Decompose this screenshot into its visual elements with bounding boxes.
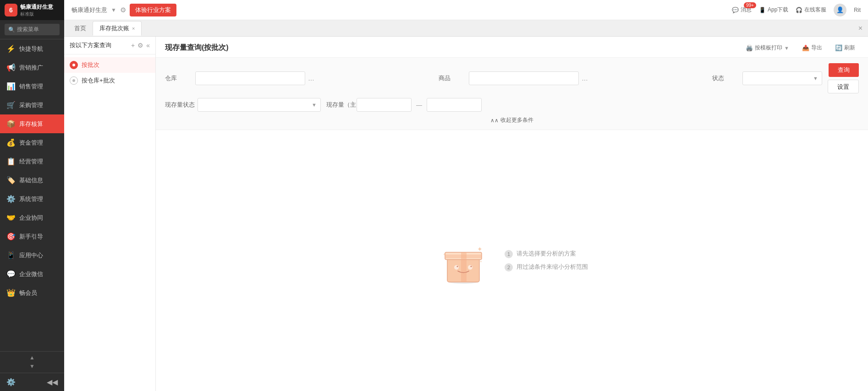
product-input[interactable] xyxy=(469,71,579,85)
solution-item-batch[interactable]: 按批次 xyxy=(64,57,155,73)
inventory-icon: 📦 xyxy=(6,119,16,128)
new-guide-icon: 🎯 xyxy=(6,232,16,241)
tab-inventory-batch[interactable]: 库存批次账 × xyxy=(93,21,142,36)
status-select[interactable]: ▼ xyxy=(742,71,822,85)
export-label: 导出 xyxy=(811,44,822,52)
product-more-btn[interactable]: … xyxy=(582,75,588,82)
solution-item-warehouse-batch[interactable]: 按仓库+批次 xyxy=(64,73,155,88)
sidebar-item-finance[interactable]: 💰 资金管理 xyxy=(0,133,64,152)
brand-sub: 标准版 xyxy=(20,11,53,17)
solution-label: 按仓库+批次 xyxy=(82,76,115,85)
sidebar-item-label: 资金管理 xyxy=(19,139,43,147)
tab-close-icon[interactable]: × xyxy=(132,26,135,31)
sidebar: 6 畅康通好生意 标准版 🔍 搜索菜单 ⚡ 快捷导航 📢 营销推广 📊 销售管理… xyxy=(0,0,64,391)
warehouse-more-btn[interactable]: … xyxy=(308,75,314,82)
tip-text-2: 用过滤条件来缩小分析范围 xyxy=(516,263,588,271)
page-title: 现存量查询(按批次) xyxy=(165,43,229,53)
print-btn[interactable]: 🖨️ 按模板打印 ▼ xyxy=(742,42,793,54)
scroll-down-icon[interactable]: ▼ xyxy=(29,362,35,371)
active-tab-label: 库存批次账 xyxy=(99,24,129,33)
tab-home[interactable]: 首页 xyxy=(68,22,93,35)
topbar-right: 💬 消息 99+ 📱 App下载 🎧 在线客服 👤 Rit xyxy=(732,4,861,16)
sidebar-item-purchase[interactable]: 🛒 采购管理 xyxy=(0,96,64,114)
filter-dash: — xyxy=(414,102,424,109)
tip-num-1: 1 xyxy=(505,250,513,258)
settings-icon[interactable]: ⚙️ xyxy=(6,378,16,386)
export-btn[interactable]: 📤 导出 xyxy=(798,42,826,54)
topbar-dropdown-icon[interactable]: ▼ xyxy=(111,7,116,13)
svg-point-7 xyxy=(454,265,459,270)
collab-icon: 🤝 xyxy=(6,213,16,222)
print-dropdown-icon[interactable]: ▼ xyxy=(784,45,789,51)
topbar-gear-icon[interactable]: ⚙ xyxy=(120,6,126,14)
stock-status-select[interactable]: ▼ xyxy=(198,98,321,112)
refresh-icon: 🔄 xyxy=(835,44,842,51)
stock-qty-min-input[interactable] xyxy=(357,98,412,112)
print-label: 按模板打印 xyxy=(755,44,782,52)
sidebar-item-quick-nav[interactable]: ⚡ 快捷导航 xyxy=(0,39,64,58)
sidebar-item-marketing[interactable]: 📢 营销推广 xyxy=(0,58,64,77)
breadcrumb: 畅康通好生意 xyxy=(71,6,107,14)
app-logo: 6 xyxy=(5,4,17,16)
add-solution-btn[interactable]: + xyxy=(131,42,135,49)
sidebar-item-label: 应用中心 xyxy=(19,251,43,260)
refresh-label: 刷新 xyxy=(844,44,855,52)
query-btn[interactable]: 查询 xyxy=(829,63,859,77)
sidebar-item-collab[interactable]: 🤝 企业协同 xyxy=(0,208,64,227)
settings-solution-btn[interactable]: ⚙ xyxy=(137,42,143,49)
svg-rect-6 xyxy=(445,255,482,258)
left-panel: 按以下方案查询 + ⚙ « 按批次 按仓库 xyxy=(64,37,156,391)
sidebar-item-membership[interactable]: 👑 畅会员 xyxy=(0,283,64,302)
sidebar-item-sales[interactable]: 📊 销售管理 xyxy=(0,77,64,96)
finance-icon: 💰 xyxy=(6,138,16,147)
username-label[interactable]: Rit xyxy=(854,7,861,13)
scroll-up-icon[interactable]: ▲ xyxy=(29,353,35,362)
system-icon: ⚙️ xyxy=(6,195,16,203)
user-avatar[interactable]: 👤 xyxy=(834,4,846,16)
main-area: 畅康通好生意 ▼ ⚙ 体验行业方案 💬 消息 99+ 📱 App下载 🎧 在线客… xyxy=(64,0,868,391)
sidebar-header: 6 畅康通好生意 标准版 xyxy=(0,0,64,20)
sidebar-item-corp-wechat[interactable]: 💬 企业微信 xyxy=(0,265,64,283)
stock-status-label: 现存量状态 xyxy=(165,101,195,109)
left-panel-header: 按以下方案查询 + ⚙ « xyxy=(64,37,155,54)
empty-illustration: ✦ ✦ ✦ xyxy=(436,233,491,288)
product-field: 商品 … xyxy=(439,71,707,85)
operations-icon: 📋 xyxy=(6,157,16,166)
sidebar-item-basics[interactable]: 🏷️ 基础信息 xyxy=(0,171,64,190)
sidebar-item-app-center[interactable]: 📱 应用中心 xyxy=(0,246,64,265)
collapse-icon: ∧∧ xyxy=(490,117,499,124)
brand-name: 畅康通好生意 xyxy=(20,3,53,11)
filter-row-2: 现存量状态 ▼ 现存量（主） — xyxy=(165,98,859,112)
collapse-sidebar-icon[interactable]: ◀◀ xyxy=(47,378,58,386)
exp-btn[interactable]: 体验行业方案 xyxy=(130,4,176,16)
service-icon: 🎧 xyxy=(796,7,802,13)
sidebar-item-inventory[interactable]: 📦 库存核算 xyxy=(0,114,64,133)
sidebar-item-label: 企业协同 xyxy=(19,214,43,222)
collapse-panel-btn[interactable]: « xyxy=(146,42,150,49)
refresh-btn[interactable]: 🔄 刷新 xyxy=(831,42,859,54)
message-btn[interactable]: 💬 消息 99+ xyxy=(732,6,752,14)
settings-btn[interactable]: 设置 xyxy=(828,80,859,93)
sidebar-nav: ⚡ 快捷导航 📢 营销推广 📊 销售管理 🛒 采购管理 📦 库存核算 💰 资金管… xyxy=(0,39,64,351)
search-input-trigger[interactable]: 🔍 搜索菜单 xyxy=(5,24,60,35)
sidebar-search-area[interactable]: 🔍 搜索菜单 xyxy=(0,20,64,39)
stock-status-dropdown-icon: ▼ xyxy=(312,102,317,108)
sidebar-item-operations[interactable]: 📋 经营管理 xyxy=(0,152,64,171)
marketing-icon: 📢 xyxy=(6,63,16,72)
sidebar-item-new-guide[interactable]: 🎯 新手引导 xyxy=(0,227,64,246)
online-service-btn[interactable]: 🎧 在线客服 xyxy=(796,6,826,14)
sidebar-item-label: 新手引导 xyxy=(19,233,43,241)
product-label: 商品 xyxy=(439,74,466,82)
sidebar-item-system[interactable]: ⚙️ 系统管理 xyxy=(0,190,64,208)
warehouse-input[interactable] xyxy=(195,71,305,85)
sidebar-item-label: 畅会员 xyxy=(19,289,37,297)
svg-point-10 xyxy=(471,266,472,267)
stock-qty-max-input[interactable] xyxy=(427,98,482,112)
collapse-more-btn[interactable]: ∧∧ 收起更多条件 xyxy=(165,116,859,124)
panel-close-button[interactable]: × xyxy=(857,22,864,34)
solution-list: 按批次 按仓库+批次 xyxy=(64,54,155,91)
avatar-icon: 👤 xyxy=(836,6,844,13)
message-badge: 99+ xyxy=(744,2,756,8)
app-download-btn[interactable]: 📱 App下载 xyxy=(759,6,788,14)
purchase-icon: 🛒 xyxy=(6,101,16,109)
